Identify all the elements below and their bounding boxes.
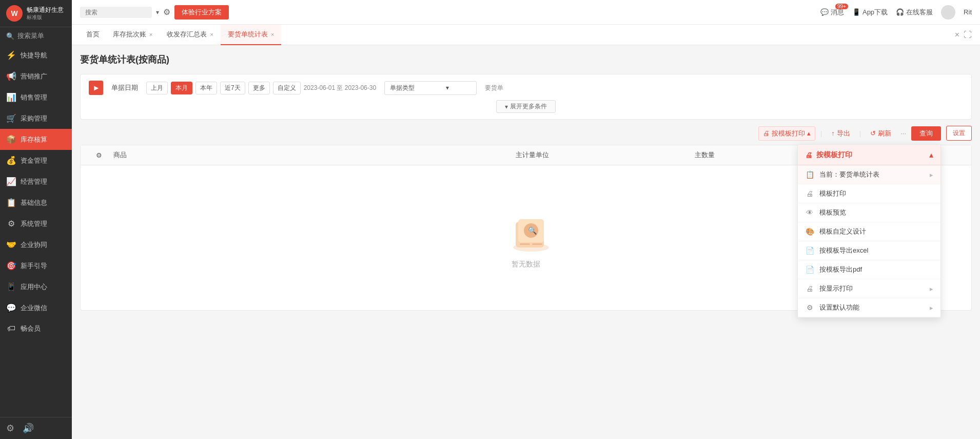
cooperation-icon: 🤝 bbox=[6, 240, 16, 250]
message-badge: 99+ bbox=[835, 4, 848, 9]
template-excel-icon: 📄 bbox=[805, 246, 814, 255]
empty-text: 暂无数据 bbox=[512, 260, 540, 269]
basic-icon: 📋 bbox=[6, 198, 16, 207]
col-quantity: 主数量 bbox=[618, 150, 791, 160]
tab-batch-account[interactable]: 库存批次账 × bbox=[106, 25, 160, 45]
tab-collection-summary[interactable]: 收发存汇总表 × bbox=[160, 25, 220, 45]
sidebar-item-label: 应用中心 bbox=[21, 282, 47, 292]
sidebar-item-cooperation[interactable]: 🤝 企业协同 bbox=[0, 234, 72, 255]
tab-close-icon[interactable]: × bbox=[271, 31, 274, 37]
dropdown-header: 🖨 按模板打印 ▴ bbox=[798, 145, 940, 165]
sidebar-settings-icon[interactable]: ⚙ bbox=[6, 423, 14, 434]
chevron-down-icon: ▾ bbox=[446, 84, 471, 91]
dropdown-default-func[interactable]: ⚙ 设置默认功能 ▸ bbox=[798, 298, 940, 317]
tab-close-icon[interactable]: × bbox=[210, 31, 213, 37]
refresh-btn[interactable]: ↺ 刷新 bbox=[866, 127, 895, 140]
sidebar-item-label: 采购管理 bbox=[21, 114, 47, 123]
quick-nav-icon: ⚡ bbox=[6, 50, 16, 60]
sidebar-search[interactable]: 🔍 搜索菜单 bbox=[0, 27, 72, 45]
sidebar-item-guide[interactable]: 🎯 新手引导 bbox=[0, 255, 72, 276]
system-icon: ⚙ bbox=[6, 219, 16, 228]
filter-row: ▶ 单据日期 上月 本月 本年 近7天 更多 自定义 2023-06-01 至 … bbox=[89, 81, 963, 95]
print-template-btn[interactable]: 🖨 按模板打印 ▴ bbox=[758, 126, 815, 141]
current-icon: 📋 bbox=[805, 170, 814, 179]
dropdown-template-pdf[interactable]: 📄 按模板导出pdf bbox=[798, 260, 940, 279]
sidebar-item-operation[interactable]: 📈 经营管理 bbox=[0, 171, 72, 192]
app-download-group[interactable]: 📱 App下载 bbox=[852, 8, 888, 17]
query-button[interactable]: 查询 bbox=[911, 126, 941, 141]
dropdown-item-label: 模板自定义设计 bbox=[819, 227, 866, 236]
online-service-label: 在线客服 bbox=[906, 8, 933, 17]
template-pdf-icon: 📄 bbox=[805, 265, 814, 274]
sidebar-item-appstore[interactable]: 📱 应用中心 bbox=[0, 276, 72, 297]
dropdown-template-design[interactable]: 🎨 模板自定义设计 bbox=[798, 222, 940, 241]
template-print-icon: 🖨 bbox=[805, 189, 814, 198]
sidebar-item-basic[interactable]: 📋 基础信息 bbox=[0, 192, 72, 213]
printer-icon: 🖨 bbox=[763, 129, 770, 137]
topbar-search-input[interactable] bbox=[80, 7, 152, 18]
sidebar-item-label: 营销推广 bbox=[21, 72, 47, 81]
message-group[interactable]: 💬 消息 99+ bbox=[820, 8, 844, 17]
date-btn-this-year[interactable]: 本年 bbox=[195, 82, 217, 94]
refresh-icon: ↺ bbox=[870, 129, 876, 137]
expand-more-row: ▾ 展开更多条件 bbox=[89, 100, 963, 113]
sidebar-item-label: 畅会员 bbox=[21, 324, 41, 333]
headset-icon: 🎧 bbox=[896, 8, 904, 16]
sidebar-item-inventory[interactable]: 📦 库存核算 bbox=[0, 129, 72, 150]
sidebar-item-wechat[interactable]: 💬 企业微信 bbox=[0, 297, 72, 318]
window-close-btn[interactable]: × bbox=[955, 30, 959, 40]
sidebar-item-sales[interactable]: 📊 销售管理 bbox=[0, 87, 72, 108]
order-category-label: 要货单 bbox=[485, 84, 503, 92]
col-settings[interactable]: ⚙ bbox=[89, 151, 109, 159]
filter-expand-icon[interactable]: ▶ bbox=[89, 81, 103, 95]
sidebar-sound-icon[interactable]: 🔊 bbox=[23, 423, 34, 434]
sidebar-item-member[interactable]: 🏷 畅会员 bbox=[0, 318, 72, 339]
dropdown-current-item[interactable]: 📋 当前：要货单统计表 ▸ bbox=[798, 165, 940, 184]
sidebar-item-purchase[interactable]: 🛒 采购管理 bbox=[0, 108, 72, 129]
date-btn-custom[interactable]: 自定义 bbox=[273, 82, 301, 94]
marketing-icon: 📢 bbox=[6, 71, 16, 81]
window-maximize-btn[interactable]: ⛶ bbox=[964, 30, 972, 40]
export-btn[interactable]: ↑ 导出 bbox=[827, 127, 854, 140]
date-range-text: 2023-06-01 至 2023-06-30 bbox=[304, 84, 376, 92]
avatar[interactable] bbox=[941, 5, 955, 20]
dropdown-close-icon[interactable]: ▴ bbox=[929, 150, 933, 160]
dropdown-display-print[interactable]: 🖨 按显示打印 ▸ bbox=[798, 279, 940, 298]
order-category-group: 要货单 bbox=[485, 84, 503, 92]
more-icon[interactable]: ··· bbox=[900, 129, 906, 137]
topbar-gear-icon[interactable]: ⚙ bbox=[163, 7, 170, 17]
tab-home[interactable]: 首页 bbox=[80, 25, 106, 45]
sidebar-item-quick-nav[interactable]: ⚡ 快捷导航 bbox=[0, 45, 72, 66]
chevron-right-icon: ▸ bbox=[930, 304, 933, 312]
online-service-group[interactable]: 🎧 在线客服 bbox=[896, 8, 933, 17]
template-design-icon: 🎨 bbox=[805, 227, 814, 236]
topbar-dropdown-arrow[interactable]: ▾ bbox=[156, 9, 159, 16]
expand-more-btn[interactable]: ▾ 展开更多条件 bbox=[496, 100, 556, 113]
sidebar-item-label: 快捷导航 bbox=[21, 51, 47, 60]
date-filter: 上月 本月 本年 近7天 更多 自定义 2023-06-01 至 2023-06… bbox=[146, 82, 376, 94]
tab-close-icon[interactable]: × bbox=[149, 31, 152, 37]
tab-order-stats[interactable]: 要货单统计表 × bbox=[221, 25, 281, 45]
sidebar-item-system[interactable]: ⚙ 系统管理 bbox=[0, 213, 72, 234]
dropdown-item-label: 模板打印 bbox=[819, 189, 846, 198]
date-btn-this-month[interactable]: 本月 bbox=[171, 82, 192, 94]
dropdown-title-group: 🖨 按模板打印 bbox=[805, 150, 852, 160]
date-btn-last-month[interactable]: 上月 bbox=[146, 82, 168, 94]
date-btn-more[interactable]: 更多 bbox=[248, 82, 270, 94]
date-filter-label: 单据日期 bbox=[111, 83, 138, 92]
toolbar-divider: | bbox=[820, 129, 822, 137]
dropdown-template-print[interactable]: 🖨 模板打印 bbox=[798, 184, 940, 203]
toolbar-divider-2: | bbox=[859, 129, 861, 137]
filter-bar: ▶ 单据日期 上月 本月 本年 近7天 更多 自定义 2023-06-01 至 … bbox=[80, 74, 972, 120]
date-btn-7days[interactable]: 近7天 bbox=[220, 82, 245, 94]
dropdown-template-preview[interactable]: 👁 模板预览 bbox=[798, 203, 940, 222]
sidebar-item-marketing[interactable]: 📢 营销推广 bbox=[0, 66, 72, 87]
sidebar-item-finance[interactable]: 💰 资金管理 bbox=[0, 150, 72, 171]
dropdown-template-excel[interactable]: 📄 按模板导出excel bbox=[798, 241, 940, 260]
inventory-icon: 📦 bbox=[6, 135, 16, 144]
search-icon: 🔍 bbox=[6, 32, 14, 40]
trial-button[interactable]: 体验行业方案 bbox=[174, 5, 229, 20]
order-type-select[interactable]: 单据类型 ▾ bbox=[384, 81, 477, 95]
tabs-bar: 首页 库存批次账 × 收发存汇总表 × 要货单统计表 × × ⛶ bbox=[72, 25, 980, 45]
settings-button[interactable]: 设置 bbox=[946, 126, 972, 141]
